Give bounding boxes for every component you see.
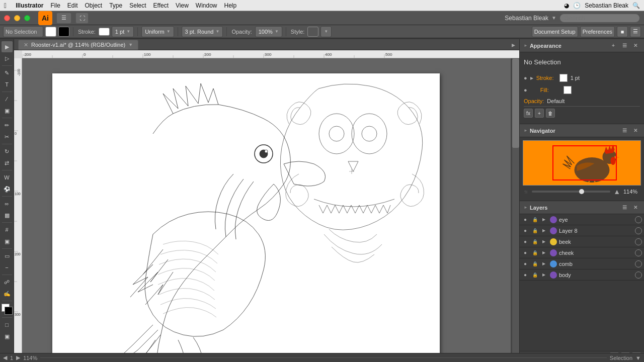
navigator-preview[interactable] <box>523 140 641 186</box>
layer-target-comb[interactable] <box>635 260 642 267</box>
scrollbar-vertical[interactable] <box>512 58 519 355</box>
layer-target-eye[interactable] <box>635 216 642 223</box>
style-color-box[interactable] <box>307 27 318 37</box>
navigator-collapse-icon[interactable]: ► <box>524 128 528 133</box>
layer-target-beek[interactable] <box>635 238 642 245</box>
layer-expand-beek[interactable]: ▶ <box>540 238 548 246</box>
menu-file[interactable]: File <box>50 2 60 9</box>
rotate-tool[interactable]: ↻ <box>2 146 13 157</box>
status-nav-prev[interactable]: ◀ <box>3 354 7 361</box>
paintbrush-tool[interactable]: ✏ <box>2 120 13 131</box>
layer-vis-beek[interactable]: ● <box>521 237 530 246</box>
menu-select[interactable]: Select <box>129 2 146 9</box>
menu-view[interactable]: View <box>176 2 189 9</box>
workspace-btn[interactable]: ■ <box>617 26 628 37</box>
zoom-tool[interactable]: ☍ <box>2 277 13 288</box>
layer-target-cheek[interactable] <box>635 249 642 256</box>
layer-row-body[interactable]: ● 🔒 ▶ body <box>520 269 644 281</box>
layer-lock-beek[interactable]: 🔒 <box>531 238 539 246</box>
app-name[interactable]: Illustrator <box>16 2 43 9</box>
tab-close[interactable]: ✕ <box>24 42 28 48</box>
view-mode-btn[interactable]: □ <box>2 319 13 330</box>
layer-vis-cheek[interactable]: ● <box>521 248 530 257</box>
fill-color-swatch[interactable] <box>564 86 572 94</box>
search-icon[interactable]: 🔍 <box>632 2 640 9</box>
artboard[interactable] <box>52 73 440 362</box>
layers-close-btn[interactable]: ✕ <box>631 203 640 212</box>
layer-lock-layer8[interactable]: 🔒 <box>531 227 539 235</box>
zoom-out-btn[interactable]: ◾ <box>523 189 529 195</box>
user-dropdown-arrow[interactable]: ▼ <box>551 15 556 21</box>
blend-tool[interactable]: ∞ <box>2 198 13 209</box>
maximize-button[interactable] <box>24 15 30 21</box>
appearance-new-btn[interactable]: + <box>535 109 544 118</box>
navigator-close-btn[interactable]: ✕ <box>631 126 640 135</box>
icon-btn-screen[interactable]: ⛶ <box>75 13 89 24</box>
doc-setup-btn[interactable]: Document Setup <box>532 26 578 37</box>
stroke-color-swatch[interactable] <box>559 74 568 82</box>
brush-type-dropdown[interactable]: Uniform ▼ <box>141 26 174 37</box>
layer-expand-layer8[interactable]: ▶ <box>540 227 548 235</box>
stroke-expand-icon[interactable]: ▶ <box>530 76 533 80</box>
layers-collapse-icon[interactable]: ► <box>524 205 528 210</box>
layer-expand-eye[interactable]: ▶ <box>540 216 548 224</box>
reflect-tool[interactable]: ⇄ <box>2 157 13 168</box>
layer-lock-comb[interactable]: 🔒 <box>531 260 539 268</box>
menu-type[interactable]: Type <box>109 2 122 9</box>
layer-target-layer8[interactable] <box>635 227 642 234</box>
fill-color-btn[interactable] <box>45 27 56 37</box>
menu-window[interactable]: Window <box>196 2 217 9</box>
layer-target-body[interactable] <box>635 272 642 279</box>
layer-vis-eye[interactable]: ● <box>521 215 530 224</box>
layer-row-layer8[interactable]: ● 🔒 ▶ Layer 8 <box>520 225 644 236</box>
nav-zoom-slider[interactable] <box>532 191 610 193</box>
zoom-in-btn[interactable]: ▲ <box>613 188 620 196</box>
fill-stroke-area[interactable] <box>2 304 13 315</box>
layer-lock-cheek[interactable]: 🔒 <box>531 249 539 257</box>
layer-expand-cheek[interactable]: ▶ <box>540 249 548 257</box>
fill-vis-icon[interactable]: ● <box>524 87 527 93</box>
layers-menu-btn[interactable]: ☰ <box>620 203 629 212</box>
menu-help[interactable]: Help <box>224 2 237 9</box>
type-tool[interactable]: T <box>2 79 13 90</box>
navigator-menu-btn[interactable]: ☰ <box>620 126 629 135</box>
stroke-weight-dropdown[interactable]: 1 pt ▼ <box>112 26 134 37</box>
pencil-tool[interactable]: ✂ <box>2 131 13 142</box>
width-tool[interactable]: W <box>2 172 13 183</box>
line-tool[interactable]: ∕ <box>2 94 13 105</box>
rect-tool[interactable]: ▣ <box>2 105 13 116</box>
layer-lock-body[interactable]: 🔒 <box>531 271 539 279</box>
stroke-color-indicator[interactable] <box>58 27 69 37</box>
icon-btn-library[interactable]: ☰ <box>56 13 71 24</box>
appearance-menu-btn[interactable]: ☰ <box>620 41 629 50</box>
status-more-icon[interactable]: ▼ <box>635 355 641 361</box>
scroll-thumb-vertical[interactable] <box>512 59 519 148</box>
style-dropdown[interactable]: ▼ <box>320 26 332 37</box>
layer-expand-comb[interactable]: ▶ <box>540 260 548 268</box>
screen-mode-btn[interactable]: ▣ <box>2 331 13 342</box>
layer-row-comb[interactable]: ● 🔒 ▶ comb <box>520 258 644 269</box>
appearance-delete-btn[interactable]: 🗑 <box>546 109 555 118</box>
nav-zoom-thumb[interactable] <box>579 189 584 194</box>
layer-row-beek[interactable]: ● 🔒 ▶ beek <box>520 236 644 247</box>
selection-mode-btn[interactable]: No Selection <box>3 26 43 37</box>
appearance-fx-btn[interactable]: fx <box>524 109 533 118</box>
layer-lock-eye[interactable]: 🔒 <box>531 216 539 224</box>
warp-tool[interactable]: ⚽ <box>2 184 13 195</box>
gradient-tool[interactable]: ▣ <box>2 236 13 247</box>
panel-toggle-right[interactable]: ▸ <box>512 41 515 49</box>
pen-tool[interactable]: ✎ <box>2 67 13 78</box>
minimize-button[interactable] <box>14 15 20 21</box>
menu-effect[interactable]: Effect <box>153 2 169 9</box>
close-button[interactable] <box>4 15 10 21</box>
brush-size-dropdown[interactable]: 3 pt. Round ▼ <box>182 26 223 37</box>
select-tool[interactable]: ▶ <box>2 41 13 52</box>
appearance-collapse-icon[interactable]: ► <box>524 43 528 48</box>
nav-viewport[interactable] <box>552 145 617 180</box>
eyedropper-tool[interactable]: ▭ <box>2 250 13 261</box>
stroke-vis-icon[interactable]: ● <box>524 75 527 81</box>
apple-menu[interactable]:  <box>4 2 7 10</box>
appearance-close-btn[interactable]: ✕ <box>631 41 640 50</box>
direct-select-tool[interactable]: ▷ <box>2 53 13 64</box>
measure-tool[interactable]: − <box>2 262 13 273</box>
